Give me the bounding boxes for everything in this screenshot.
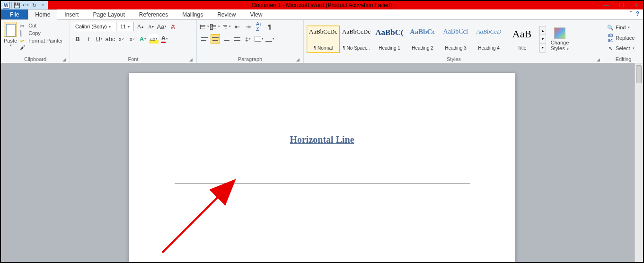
styles-row-up-icon[interactable]: ▴ bbox=[540, 26, 546, 35]
scrollbar-thumb[interactable] bbox=[636, 65, 642, 83]
tab-mailings[interactable]: Mailings bbox=[175, 9, 210, 19]
bullets-button[interactable]: ▾ bbox=[200, 22, 209, 31]
window-controls: — ☐ ✕ bbox=[601, 1, 641, 9]
style-title[interactable]: AaBTitle bbox=[505, 26, 538, 53]
font-color-button[interactable]: A▾ bbox=[160, 34, 169, 44]
copy-label: Copy bbox=[28, 30, 41, 36]
format-painter-icon: 🖌 bbox=[20, 38, 26, 44]
sort-button[interactable]: A↓Z bbox=[254, 22, 264, 31]
show-marks-button[interactable]: ¶ bbox=[265, 22, 274, 31]
paragraph-dialog-launcher-icon[interactable]: ◢ bbox=[296, 57, 300, 62]
superscript-button[interactable]: x2 bbox=[127, 34, 137, 44]
tab-insert[interactable]: Insert bbox=[57, 9, 86, 19]
select-button[interactable]: ↖Select▾ bbox=[607, 44, 640, 53]
minimize-button[interactable]: — bbox=[601, 2, 611, 9]
underline-button[interactable]: U▾ bbox=[95, 34, 104, 44]
font-size-combo[interactable]: 11▾ bbox=[118, 22, 134, 31]
format-painter-button[interactable]: 🖌Format Painter bbox=[20, 38, 63, 44]
style-heading-1[interactable]: AaBbC(Heading 1 bbox=[373, 26, 406, 53]
bullets-icon bbox=[200, 22, 207, 31]
svg-line-0 bbox=[162, 182, 233, 253]
numbering-icon bbox=[211, 22, 218, 31]
tab-references[interactable]: References bbox=[132, 9, 175, 19]
horizontal-line bbox=[175, 183, 470, 184]
maximize-button[interactable]: ☐ bbox=[617, 2, 626, 9]
help-icon[interactable]: ? bbox=[636, 10, 639, 17]
replace-icon: abac bbox=[607, 33, 614, 43]
style-heading-4[interactable]: AaBbCcDHeading 4 bbox=[472, 26, 505, 53]
decrease-indent-button[interactable]: ⇤ bbox=[232, 22, 242, 31]
group-clipboard-label: Clipboard bbox=[24, 56, 46, 62]
style-heading-2[interactable]: AaBbCcHeading 2 bbox=[406, 26, 439, 53]
cut-icon bbox=[20, 23, 26, 28]
line-spacing-button[interactable]: ‡▾ bbox=[243, 34, 253, 44]
minimize-ribbon-icon[interactable]: ˆ bbox=[630, 10, 632, 17]
tab-home[interactable]: Home bbox=[28, 9, 57, 20]
group-clipboard: Paste ▾ Cut Copy 🖌Format Painter Clipboa… bbox=[1, 20, 70, 63]
font-family-value: Calibri (Body) bbox=[75, 24, 107, 29]
tab-view[interactable]: View bbox=[243, 9, 270, 19]
ribbon-tabs: File Home Insert Page Layout References … bbox=[1, 9, 643, 20]
qat-customize-icon[interactable]: ▾ bbox=[39, 2, 46, 9]
styles-dialog-launcher-icon[interactable]: ◢ bbox=[597, 57, 600, 62]
save-icon[interactable]: 💾 bbox=[14, 2, 20, 9]
copy-icon bbox=[20, 30, 21, 36]
text-effects-button[interactable]: A▾ bbox=[138, 34, 148, 44]
font-dialog-launcher-icon[interactable]: ◢ bbox=[189, 57, 193, 62]
borders-button[interactable]: ▾ bbox=[265, 34, 274, 44]
bold-button[interactable]: B bbox=[73, 34, 82, 44]
change-case-button[interactable]: Aa▾ bbox=[157, 22, 167, 31]
grow-font-button[interactable]: A▴ bbox=[135, 22, 145, 31]
undo-icon[interactable]: ↶▾ bbox=[22, 2, 29, 9]
document-page[interactable]: Horizontal Line bbox=[129, 73, 515, 263]
strikethrough-button[interactable]: abc bbox=[106, 34, 115, 44]
paste-button[interactable]: Paste ▾ bbox=[4, 22, 20, 56]
style-name: ¶ No Spaci... bbox=[343, 45, 370, 51]
select-label: Select bbox=[616, 45, 630, 51]
shading-button[interactable]: ▾ bbox=[254, 34, 264, 44]
font-family-combo[interactable]: Calibri (Body)▾ bbox=[73, 22, 116, 31]
style--normal[interactable]: AaBbCcDc¶ Normal bbox=[307, 26, 340, 53]
document-heading: Horizontal Line bbox=[129, 134, 515, 145]
cut-button[interactable]: Cut bbox=[20, 23, 63, 28]
shrink-font-button[interactable]: A▾ bbox=[146, 22, 156, 31]
select-icon: ↖ bbox=[607, 45, 614, 52]
clear-formatting-button[interactable]: A̷ bbox=[168, 22, 177, 31]
style-preview: AaBbC( bbox=[375, 28, 404, 37]
increase-indent-button[interactable]: ⇥ bbox=[243, 22, 253, 31]
styles-row-down-icon[interactable]: ▾ bbox=[540, 35, 546, 44]
justify-button[interactable] bbox=[232, 34, 242, 44]
change-styles-label: ChangeStyles ▾ bbox=[551, 40, 569, 51]
subscript-button[interactable]: x2 bbox=[116, 34, 126, 44]
style--no-spaci-[interactable]: AaBbCcDc¶ No Spaci... bbox=[340, 26, 373, 53]
align-right-button[interactable] bbox=[221, 34, 231, 44]
italic-button[interactable]: I bbox=[84, 34, 93, 44]
style-preview: AaBbCcDc bbox=[309, 28, 337, 35]
styles-more-icon[interactable]: ▾ bbox=[540, 44, 546, 52]
vertical-scrollbar[interactable] bbox=[635, 63, 643, 263]
change-styles-icon bbox=[554, 27, 565, 39]
word-app-icon[interactable]: W bbox=[3, 2, 9, 9]
style-heading-3[interactable]: AaBbCcIHeading 3 bbox=[439, 26, 472, 53]
find-button[interactable]: 🔍Find▾ bbox=[607, 23, 640, 32]
styles-gallery-nav[interactable]: ▴▾▾ bbox=[539, 26, 546, 53]
copy-button[interactable]: Copy bbox=[20, 30, 63, 36]
change-styles-button[interactable]: ChangeStyles ▾ bbox=[549, 27, 571, 51]
replace-button[interactable]: abacReplace bbox=[607, 33, 640, 43]
find-label: Find bbox=[616, 25, 626, 30]
replace-label: Replace bbox=[616, 35, 635, 41]
justify-icon bbox=[233, 35, 241, 43]
align-left-button[interactable] bbox=[200, 34, 209, 44]
redo-icon[interactable]: ↻ bbox=[31, 2, 37, 9]
paste-icon bbox=[4, 22, 17, 37]
numbering-button[interactable]: ▾ bbox=[211, 22, 220, 31]
tab-file[interactable]: File bbox=[1, 9, 28, 19]
tab-review[interactable]: Review bbox=[210, 9, 243, 19]
tab-page-layout[interactable]: Page Layout bbox=[86, 9, 132, 19]
multilevel-list-button[interactable]: ▾ bbox=[221, 22, 231, 31]
style-preview: AaBbCc bbox=[410, 28, 435, 36]
clipboard-dialog-launcher-icon[interactable]: ◢ bbox=[62, 57, 66, 62]
highlight-button[interactable]: ab▾ bbox=[149, 34, 159, 44]
align-center-button[interactable] bbox=[211, 34, 220, 44]
close-button[interactable]: ✕ bbox=[632, 2, 641, 9]
